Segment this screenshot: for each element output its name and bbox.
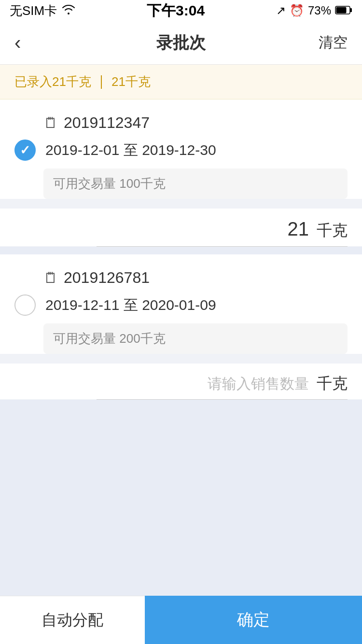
input-unit-2: 千克	[317, 373, 348, 394]
quantity-unit-1: 千克	[317, 220, 348, 241]
alarm-icon: ⏰	[290, 4, 304, 17]
svg-rect-1	[350, 8, 352, 12]
status-bar: 无SIM卡 下午3:04 ↗ ⏰ 73%	[0, 0, 362, 21]
input-row-2[interactable]: 请输入销售数量 千克	[0, 364, 362, 399]
batch-date-2: 2019-12-11 至 2020-01-09	[45, 295, 216, 315]
status-time: 下午3:04	[147, 1, 205, 21]
availability-2: 可用交易量 200千克	[43, 323, 348, 354]
carrier-label: 无SIM卡	[10, 2, 57, 19]
status-left: 无SIM卡	[10, 2, 75, 19]
radio-1[interactable]	[14, 140, 36, 161]
recorded-label: 已录入21千克	[14, 73, 91, 90]
page-title: 录批次	[156, 32, 206, 54]
wifi-icon	[62, 3, 75, 18]
availability-1: 可用交易量 100千克	[43, 168, 348, 199]
confirm-button[interactable]: 确定	[145, 596, 362, 644]
info-divider	[101, 75, 102, 89]
batch-header-1: 🗒 2019112347	[14, 114, 348, 132]
radio-2[interactable]	[14, 294, 36, 316]
quantity-value-1[interactable]: 21	[288, 218, 309, 240]
location-icon: ↗	[276, 4, 286, 17]
batch-row-1[interactable]: 2019-12-01 至 2019-12-30	[14, 140, 348, 161]
batch-id-1: 2019112347	[64, 114, 150, 132]
batch-header-2: 🗒 2019126781	[14, 269, 348, 287]
batch-id-2: 2019126781	[64, 269, 150, 287]
batch-date-1: 2019-12-01 至 2019-12-30	[45, 140, 216, 160]
back-button[interactable]: ‹	[14, 32, 43, 54]
nav-bar: ‹ 录批次 清空	[0, 21, 362, 65]
battery-icon	[335, 4, 352, 17]
input-placeholder-2: 请输入销售数量	[208, 374, 309, 394]
batch-row-2[interactable]: 2019-12-11 至 2020-01-09	[14, 294, 348, 316]
doc-icon-2: 🗒	[43, 270, 58, 286]
recorded-value: 21千克	[111, 73, 151, 90]
section-sep	[0, 247, 362, 254]
quantity-row-1: 21 千克	[0, 209, 362, 246]
svg-rect-2	[336, 7, 346, 14]
clear-button[interactable]: 清空	[319, 33, 348, 53]
info-banner: 已录入21千克 21千克	[0, 65, 362, 99]
status-right: ↗ ⏰ 73%	[276, 4, 352, 17]
doc-icon-1: 🗒	[43, 115, 58, 131]
auto-distribute-button[interactable]: 自动分配	[0, 596, 145, 644]
batch-card-2: 🗒 2019126781 2019-12-11 至 2020-01-09 可用交…	[0, 254, 362, 354]
bottom-bar: 自动分配 确定	[0, 596, 362, 644]
battery-percent: 73%	[308, 4, 331, 17]
batch-card-1: 🗒 2019112347 2019-12-01 至 2019-12-30 可用交…	[0, 99, 362, 199]
